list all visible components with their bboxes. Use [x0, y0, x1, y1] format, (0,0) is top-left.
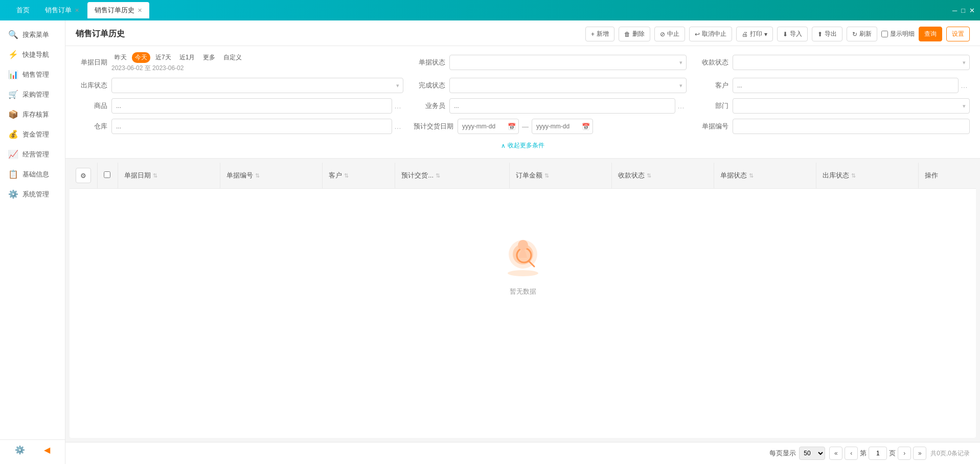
- receipt-status-select[interactable]: [733, 55, 970, 70]
- th-delivery-sort-icon: ⇅: [436, 172, 440, 179]
- sidebar-item-operations[interactable]: 📈 经营管理: [0, 144, 65, 164]
- date-btn-more[interactable]: 更多: [200, 52, 218, 63]
- th-customer-label: 客户: [329, 171, 342, 180]
- import-label: 导入: [790, 30, 802, 38]
- sidebar-item-quick-nav[interactable]: ⚡ 快捷导航: [0, 45, 65, 64]
- sidebar: 🔍 搜索菜单 ⚡ 快捷导航 📊 销售管理 🛒 采购管理 📦 库存核算 💰 资金管…: [0, 20, 65, 464]
- page-next-btn[interactable]: ›: [898, 447, 911, 460]
- sidebar-item-sales-mgmt[interactable]: 📊 销售管理: [0, 64, 65, 84]
- show-details-toggle[interactable]: 显示明细: [881, 30, 915, 38]
- th-delivery-date-sort[interactable]: 预计交货... ⇅: [401, 171, 503, 180]
- page-go-to-label: 第: [860, 449, 867, 458]
- page-first-btn[interactable]: «: [829, 447, 842, 460]
- sidebar-collapse-icon[interactable]: ◀: [44, 445, 50, 455]
- salesperson-ellipsis-btn[interactable]: …: [675, 102, 687, 110]
- warehouse-ellipsis-btn[interactable]: …: [392, 122, 403, 130]
- import-button[interactable]: ⬇ 导入: [777, 27, 808, 41]
- order-status-label: 单据状态: [414, 58, 449, 67]
- product-ellipsis-btn[interactable]: …: [392, 102, 403, 110]
- sidebar-item-quick-nav-label: 快捷导航: [22, 50, 49, 59]
- export-button[interactable]: ⬆ 导出: [812, 27, 842, 41]
- delivery-date-range: 📅 — 📅: [458, 119, 593, 134]
- page-last-btn[interactable]: »: [913, 447, 926, 460]
- sidebar-item-system-mgmt[interactable]: ⚙️ 系统管理: [0, 184, 65, 204]
- filter-row-3: 商品 … 业务员 … 部门 ▾: [76, 98, 970, 114]
- customer-ellipsis-btn[interactable]: …: [959, 81, 970, 90]
- th-order-status-sort[interactable]: 单据状态 ⇅: [720, 171, 810, 180]
- department-select[interactable]: [733, 98, 970, 114]
- tab-sales-order-history[interactable]: 销售订单历史 ✕: [87, 2, 149, 18]
- refresh-button[interactable]: ↻ 刷新: [847, 27, 877, 41]
- sidebar-item-purchase-mgmt-label: 采购管理: [22, 90, 49, 99]
- settings-button[interactable]: 设置: [946, 27, 970, 41]
- purchase-mgmt-icon: 🛒: [8, 90, 18, 99]
- sidebar-item-inventory[interactable]: 📦 库存核算: [0, 104, 65, 124]
- delivery-date-from-wrapper: 📅: [458, 119, 519, 134]
- delete-button[interactable]: 🗑 删除: [619, 27, 650, 41]
- tab-sales-order[interactable]: 销售订单 ✕: [38, 2, 86, 18]
- th-date-sort[interactable]: 单据日期 ⇅: [124, 171, 214, 180]
- new-button[interactable]: + 新增: [585, 27, 614, 41]
- filter-completion-status: 完成状态 ▾: [414, 78, 687, 93]
- collapse-button[interactable]: ∧ 收起更多条件: [76, 139, 970, 152]
- cancel-stop-button[interactable]: ↩ 取消中止: [689, 27, 732, 41]
- th-amount-sort[interactable]: 订单金额 ⇅: [516, 171, 605, 180]
- minimize-icon[interactable]: ─: [952, 7, 957, 14]
- tab-sales-order-label: 销售订单: [45, 6, 72, 15]
- tab-bar: 首页 销售订单 ✕ 销售订单历史 ✕: [9, 2, 952, 18]
- export-label: 导出: [825, 30, 837, 38]
- tab-home[interactable]: 首页: [9, 2, 37, 18]
- th-receipt-status-sort[interactable]: 收款状态 ⇅: [618, 171, 708, 180]
- outbound-status-select[interactable]: [111, 78, 403, 93]
- department-label: 部门: [697, 101, 733, 111]
- date-btn-1month[interactable]: 近1月: [176, 52, 198, 63]
- per-page-select[interactable]: 50 20 100: [799, 447, 825, 460]
- th-customer-sort[interactable]: 客户 ⇅: [329, 171, 389, 180]
- stop-button[interactable]: ⊘ 中止: [654, 27, 685, 41]
- sidebar-item-sales-mgmt-label: 销售管理: [22, 70, 49, 79]
- print-button[interactable]: 🖨 打印 ▾: [736, 27, 773, 41]
- system-mgmt-icon: ⚙️: [8, 189, 18, 199]
- completion-status-select[interactable]: [449, 78, 687, 93]
- import-icon: ⬇: [783, 31, 788, 38]
- refresh-label: 刷新: [859, 30, 872, 38]
- print-arrow-icon: ▾: [764, 31, 767, 38]
- page-prev-btn[interactable]: ‹: [845, 447, 858, 460]
- th-number-sort[interactable]: 单据编号 ⇅: [226, 171, 316, 180]
- completion-status-select-wrapper: ▾: [449, 78, 687, 93]
- order-status-select[interactable]: [449, 55, 687, 70]
- sidebar-settings-icon[interactable]: ⚙️: [15, 445, 25, 455]
- query-button[interactable]: 查询: [919, 27, 942, 41]
- tab-sales-order-close[interactable]: ✕: [75, 7, 79, 14]
- customer-input[interactable]: [733, 78, 959, 93]
- sidebar-item-basic-info[interactable]: 📋 基础信息: [0, 164, 65, 184]
- date-btn-yesterday[interactable]: 昨天: [111, 52, 130, 63]
- sidebar-item-search-menu[interactable]: 🔍 搜索菜单: [0, 25, 65, 45]
- date-range-text: 2023-06-02 至 2023-06-02: [111, 64, 245, 73]
- maximize-icon[interactable]: □: [961, 7, 965, 14]
- warehouse-input[interactable]: [111, 119, 392, 134]
- date-btn-today[interactable]: 今天: [132, 52, 150, 63]
- select-all-checkbox[interactable]: [104, 171, 110, 178]
- th-outbound-status-sort[interactable]: 出库状态 ⇅: [823, 171, 912, 180]
- sidebar-item-purchase-mgmt[interactable]: 🛒 采购管理: [0, 84, 65, 104]
- table-settings-icon-btn[interactable]: ⚙: [76, 168, 91, 183]
- date-btn-7days[interactable]: 近7天: [152, 52, 174, 63]
- date-btn-custom[interactable]: 自定义: [220, 52, 245, 63]
- product-input[interactable]: [111, 98, 392, 114]
- order-no-input[interactable]: [733, 119, 970, 134]
- close-window-icon[interactable]: ✕: [969, 7, 975, 14]
- sidebar-item-operations-label: 经营管理: [22, 150, 49, 159]
- data-table: ⚙ 单据日期 ⇅ 单据编号: [70, 163, 976, 337]
- page-unit-label: 页: [889, 449, 896, 458]
- print-label: 打印: [750, 30, 762, 38]
- sidebar-item-capital[interactable]: 💰 资金管理: [0, 124, 65, 144]
- delivery-date-to-wrapper: 📅: [532, 119, 593, 134]
- page-number-input[interactable]: [869, 447, 887, 460]
- tab-sales-order-history-label: 销售订单历史: [95, 6, 134, 15]
- print-icon: 🖨: [742, 31, 748, 38]
- salesperson-input[interactable]: [449, 98, 675, 114]
- sidebar-item-system-mgmt-label: 系统管理: [22, 190, 49, 199]
- show-details-checkbox[interactable]: [881, 31, 888, 37]
- tab-sales-order-history-close[interactable]: ✕: [138, 7, 142, 14]
